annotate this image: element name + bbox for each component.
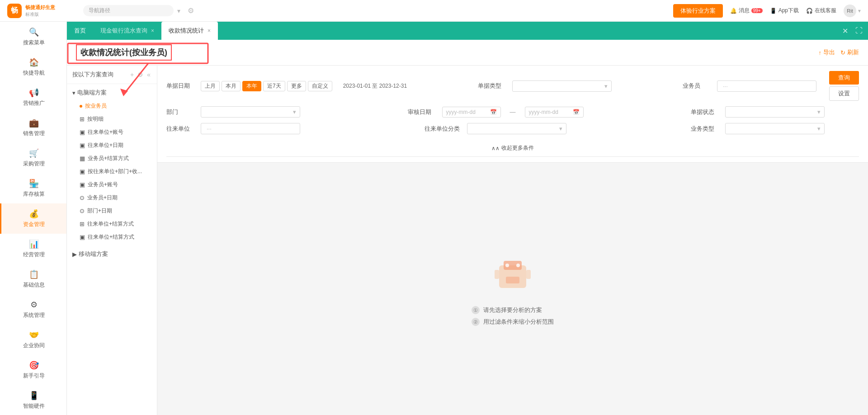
sidebar-label-basic: 基础信息 bbox=[23, 281, 45, 289]
phone-icon: 📱 bbox=[770, 8, 777, 14]
query-button[interactable]: 查询 bbox=[829, 71, 859, 85]
avatar: Rit bbox=[844, 5, 856, 17]
grid-icon-10: ▣ bbox=[80, 234, 85, 241]
collapse-more-btn[interactable]: ∧∧ 收起更多条件 bbox=[166, 140, 859, 157]
review-date-start[interactable]: yyyy-mm-dd 📅 bbox=[442, 107, 501, 118]
tip-text-1: 请先选择要分析的方案 bbox=[483, 306, 542, 314]
top-right: 体验行业方案 🔔 消息 99+ 📱 App下载 🎧 在线客服 Rit ▾ bbox=[673, 4, 861, 18]
scheme-item-partner-dept[interactable]: ▣ 按往来单位+部门+收... bbox=[67, 165, 157, 178]
online-service-label: 在线客服 bbox=[815, 7, 836, 14]
scheme-item-by-details[interactable]: ⊞ 按明细 bbox=[67, 113, 157, 126]
refresh-button[interactable]: ↻ 刷新 bbox=[840, 48, 859, 57]
sidebar-item-marketing[interactable]: 📢 营销推广 bbox=[0, 82, 66, 113]
scheme-item-label-6: 业务员+账号 bbox=[88, 181, 118, 189]
grid-icon-5: ▣ bbox=[80, 168, 85, 175]
circle-icon-8: ⊙ bbox=[80, 208, 85, 214]
desktop-group-header[interactable]: ▾ 电脑端方案 bbox=[67, 86, 157, 99]
sidebar-item-hardware[interactable]: 📱 智能硬件 bbox=[0, 385, 66, 415]
nav-breadcrumb: 导航路径 bbox=[83, 5, 174, 16]
scheme-settings-btn[interactable]: ⚙ bbox=[137, 70, 144, 79]
scheme-item-label-3: 往来单位+日期 bbox=[88, 141, 123, 149]
sidebar-item-basic[interactable]: 📋 基础信息 bbox=[0, 264, 66, 294]
scheme-item-partner-account[interactable]: ▣ 往来单位+账号 bbox=[67, 126, 157, 139]
sidebar-item-quicknav[interactable]: 🏠 快捷导航 bbox=[0, 52, 66, 82]
sidebar-item-finance[interactable]: 💰 资金管理 bbox=[0, 203, 66, 234]
calendar-start-icon[interactable]: 📅 bbox=[490, 109, 497, 115]
date-btn-this-year[interactable]: 本年 bbox=[242, 81, 261, 91]
salesman-dots[interactable]: ··· bbox=[723, 83, 728, 90]
collapse-label: 收起更多条件 bbox=[501, 144, 534, 152]
messages-action[interactable]: 🔔 消息 99+ bbox=[730, 7, 763, 14]
sidebar-label-operations: 经营管理 bbox=[23, 251, 45, 259]
scheme-item-by-salesman[interactable]: 按业务员 bbox=[67, 99, 157, 113]
sidebar-item-enterprise[interactable]: 🤝 企业协同 bbox=[0, 325, 66, 355]
sidebar-item-guide[interactable]: 🎯 新手引导 bbox=[0, 355, 66, 385]
tab-bank-label: 现金银行流水查询 bbox=[100, 27, 147, 35]
collapse-up-icon: ∧∧ bbox=[491, 145, 500, 151]
scheme-item-salesman-settle[interactable]: ▦ 业务员+结算方式 bbox=[67, 152, 157, 165]
mobile-group-header[interactable]: ▶ 移动端方案 bbox=[67, 247, 157, 261]
export-button[interactable]: ↑ 导出 bbox=[819, 48, 835, 57]
scheme-add-btn[interactable]: + bbox=[129, 70, 135, 79]
filter-row-2: 部门 ▾ 审核日期 yyyy-mm-dd 📅 — bbox=[166, 106, 859, 118]
tab-maximize-btn[interactable]: ⛶ bbox=[854, 25, 864, 37]
nav-dropdown-icon[interactable]: ▾ bbox=[177, 7, 180, 14]
tab-home[interactable]: 首页 bbox=[67, 22, 93, 40]
sidebar-item-search[interactable]: 🔍 搜索菜单 bbox=[0, 22, 66, 52]
scheme-item-partner-settle2[interactable]: ▣ 往来单位+结算方式 bbox=[67, 231, 157, 244]
user-avatar[interactable]: Rit ▾ bbox=[844, 5, 861, 17]
empty-robot-icon bbox=[490, 252, 535, 297]
salesman-select[interactable]: ··· bbox=[717, 80, 816, 92]
tab-collection[interactable]: 收款情况统计 × bbox=[161, 22, 218, 40]
biz-type-select[interactable]: ▾ bbox=[725, 123, 825, 134]
gear-icon[interactable]: ⚙ bbox=[188, 6, 194, 15]
tab-close-btn[interactable]: ✕ bbox=[840, 25, 850, 37]
date-btn-7days[interactable]: 近7天 bbox=[263, 81, 285, 91]
sidebar-item-system[interactable]: ⚙ 系统管理 bbox=[0, 294, 66, 325]
grid-icon-2: ▣ bbox=[80, 129, 85, 136]
scheme-item-salesman-account[interactable]: ▣ 业务员+账号 bbox=[67, 178, 157, 191]
doc-status-select[interactable]: ▾ bbox=[725, 106, 825, 118]
tab-bank-close[interactable]: × bbox=[151, 28, 154, 33]
scheme-item-dept-date[interactable]: ⊙ 部门+日期 bbox=[67, 204, 157, 217]
scheme-item-label-8: 部门+日期 bbox=[87, 207, 112, 215]
tab-collection-label: 收款情况统计 bbox=[169, 27, 204, 35]
scheme-item-partner-settle1[interactable]: ⊞ 往来单位+结算方式 bbox=[67, 217, 157, 231]
sidebar-item-purchase[interactable]: 🛒 采购管理 bbox=[0, 143, 66, 173]
scheme-collapse-btn[interactable]: « bbox=[146, 70, 151, 79]
main-layout: 🔍 搜索菜单 🏠 快捷导航 📢 营销推广 💼 销售管理 🛒 采购管理 🏪 库存核… bbox=[0, 22, 868, 415]
scheme-header: 按以下方案查询 + ⚙ « bbox=[67, 66, 157, 84]
doc-status-label: 单据状态 bbox=[691, 108, 718, 116]
review-end-placeholder: yyyy-mm-dd bbox=[529, 109, 558, 115]
svg-rect-4 bbox=[506, 277, 519, 283]
doc-type-select[interactable]: ▾ bbox=[512, 80, 612, 92]
sidebar-item-operations[interactable]: 📊 经营管理 bbox=[0, 234, 66, 264]
app-download-action[interactable]: 📱 App下载 bbox=[770, 7, 799, 14]
partner-category-select[interactable]: ▾ bbox=[467, 123, 566, 134]
review-date-end[interactable]: yyyy-mm-dd 📅 bbox=[525, 107, 584, 118]
date-btn-more[interactable]: 更多 bbox=[287, 81, 306, 91]
online-service-action[interactable]: 🎧 在线客服 bbox=[806, 7, 836, 14]
partner-select[interactable]: ··· bbox=[201, 123, 300, 134]
date-buttons: 上月 本月 本年 近7天 更多 自定义 bbox=[201, 81, 332, 91]
date-btn-last-month[interactable]: 上月 bbox=[201, 81, 220, 91]
trial-button[interactable]: 体验行业方案 bbox=[673, 4, 723, 18]
svg-point-2 bbox=[505, 264, 509, 267]
scheme-item-partner-date[interactable]: ▣ 往来单位+日期 bbox=[67, 139, 157, 152]
date-btn-custom[interactable]: 自定义 bbox=[308, 81, 332, 91]
partner-dots[interactable]: ··· bbox=[207, 125, 212, 132]
set-button[interactable]: 设置 bbox=[829, 86, 859, 101]
scheme-item-salesman-date[interactable]: ⊙ 业务员+日期 bbox=[67, 191, 157, 204]
avatar-dropdown-icon: ▾ bbox=[858, 8, 861, 14]
refresh-label: 刷新 bbox=[847, 48, 859, 57]
calendar-end-icon[interactable]: 📅 bbox=[573, 109, 580, 115]
inventory-icon: 🏪 bbox=[29, 179, 39, 189]
tab-bank[interactable]: 现金银行流水查询 × bbox=[93, 22, 161, 40]
sidebar-item-sales[interactable]: 💼 销售管理 bbox=[0, 113, 66, 143]
circle-icon-7: ⊙ bbox=[80, 194, 85, 201]
dept-select[interactable]: ▾ bbox=[201, 106, 300, 118]
sidebar-label-inventory: 库存核算 bbox=[23, 190, 45, 198]
sidebar-item-inventory[interactable]: 🏪 库存核算 bbox=[0, 173, 66, 203]
date-btn-this-month[interactable]: 本月 bbox=[222, 81, 241, 91]
tab-collection-close[interactable]: × bbox=[208, 28, 211, 33]
